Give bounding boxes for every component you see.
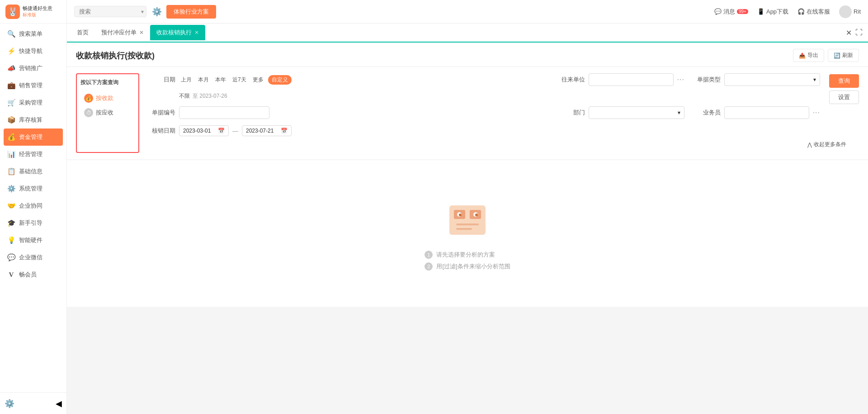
- tab-home[interactable]: 首页: [71, 25, 95, 40]
- date-more[interactable]: 更多: [251, 75, 265, 85]
- tabbar-actions: ✕ ⛶: [846, 29, 863, 37]
- sidebar: 🐰 畅捷通好生意 标准版 🔍 搜索菜单 ⚡ 快捷导航 📣 营销推广 💼 销售管理…: [0, 0, 67, 414]
- industry-btn[interactable]: 体验行业方案: [166, 5, 216, 19]
- collapse-row: ⋀ 收起更多条件: [148, 136, 859, 153]
- filter-sidebar: 按以下方案查询 💰 按收款 ⏱ 按应收: [76, 73, 139, 153]
- sidebar-item-label: 资金管理: [19, 133, 42, 141]
- counterparty-filter-group: 往来单位 ···: [558, 73, 684, 86]
- message-btn[interactable]: 💬 消息 99+: [714, 8, 748, 16]
- user-name: Rit: [854, 8, 861, 15]
- sidebar-item-label: 采购管理: [19, 99, 42, 107]
- writeoff-end-date[interactable]: 2023-07-21 📅: [242, 125, 292, 136]
- tab-writeoff-label: 收款核销执行: [156, 29, 192, 37]
- sidebar-item-quicknav[interactable]: ⚡ 快捷导航: [0, 43, 66, 60]
- export-icon: 📤: [799, 52, 806, 59]
- date-7days[interactable]: 近7天: [231, 75, 248, 85]
- date-last-month[interactable]: 上月: [179, 75, 193, 85]
- inventory-icon: 📦: [7, 116, 15, 124]
- svg-rect-0: [449, 205, 486, 235]
- sidebar-item-system[interactable]: ⚙️ 系统管理: [0, 180, 66, 197]
- collapse-sidebar-icon[interactable]: ◀: [56, 399, 62, 409]
- sidebar-item-finance[interactable]: 💰 资金管理: [4, 128, 63, 146]
- sidebar-item-guide[interactable]: 🎓 新手引导: [0, 214, 66, 232]
- sidebar-item-label: 搜索菜单: [19, 30, 42, 38]
- counterparty-label: 往来单位: [558, 76, 585, 84]
- message-badge: 99+: [737, 9, 748, 14]
- date-this-month[interactable]: 本月: [196, 75, 211, 85]
- search-menu-icon: 🔍: [7, 30, 15, 38]
- page-title: 收款核销执行(按收款): [76, 50, 155, 61]
- topbar-settings-icon[interactable]: ⚙️: [152, 7, 162, 17]
- date-filter-group: 日期 上月 本月 本年 近7天 更多 自定义: [148, 75, 549, 85]
- svg-rect-4: [456, 228, 472, 230]
- sidebar-item-label: 经营管理: [19, 150, 42, 158]
- sidebar-item-label: 基础信息: [19, 167, 42, 176]
- sidebar-item-marketing[interactable]: 📣 营销推广: [0, 60, 66, 77]
- doctype-select[interactable]: ▾: [724, 73, 820, 86]
- filter-area: 按以下方案查询 💰 按收款 ⏱ 按应收: [67, 67, 868, 159]
- setting-button[interactable]: 设置: [829, 90, 859, 104]
- staff-filter-group: 业务员 ···: [693, 106, 820, 119]
- topbar-search-input[interactable]: [74, 6, 146, 17]
- date-this-year[interactable]: 本年: [213, 75, 228, 85]
- dept-filter-group: 部门 ▾: [558, 106, 684, 119]
- docno-label: 单据编号: [148, 109, 175, 117]
- sidebar-item-sales[interactable]: 💼 销售管理: [0, 77, 66, 94]
- tip-text-1: 请先选择要分析的方案: [436, 251, 495, 259]
- sidebar-item-member[interactable]: V 畅会员: [0, 266, 66, 283]
- app-download-btn[interactable]: 📱 App下载: [757, 8, 788, 16]
- filter-option-by-receivable[interactable]: ⏱ 按应收: [80, 105, 135, 120]
- filter-option-by-receipt[interactable]: 💰 按收款: [80, 91, 135, 105]
- guide-icon: 🎓: [7, 219, 15, 227]
- sidebar-item-operation[interactable]: 📊 经营管理: [0, 146, 66, 163]
- sidebar-item-label: 销售管理: [19, 81, 42, 90]
- system-icon: ⚙️: [7, 185, 15, 193]
- tip-text-2: 用[过滤]条件来缩小分析范围: [436, 262, 510, 271]
- writeoff-start-date[interactable]: 2023-03-01 📅: [179, 125, 229, 136]
- query-button[interactable]: 查询: [829, 74, 859, 88]
- app-download-label: App下载: [766, 8, 788, 16]
- hardware-icon: 💡: [7, 236, 15, 244]
- sidebar-item-hardware[interactable]: 💡 智能硬件: [0, 232, 66, 249]
- counterparty-input[interactable]: [589, 73, 674, 86]
- tab-close-window-icon[interactable]: ✕: [846, 29, 852, 37]
- marketing-icon: 📣: [7, 64, 15, 72]
- sidebar-item-inventory[interactable]: 📦 库存核算: [0, 111, 66, 128]
- tab-prepay[interactable]: 预付冲应付单 ✕: [95, 25, 150, 40]
- collapse-button[interactable]: ⋀ 收起更多条件: [804, 139, 850, 150]
- sidebar-item-collab[interactable]: 🤝 企业协同: [0, 197, 66, 214]
- date-custom-tag[interactable]: 自定义: [268, 75, 292, 85]
- counterparty-dots-icon[interactable]: ···: [677, 76, 684, 84]
- sidebar-item-purchase[interactable]: 🛒 采购管理: [0, 94, 66, 111]
- tab-writeoff[interactable]: 收款核销执行 ✕: [150, 25, 205, 40]
- tab-expand-icon[interactable]: ⛶: [855, 29, 863, 37]
- date-no-limit: 不限: [179, 92, 190, 100]
- logo-title: 畅捷通好生意: [23, 5, 52, 11]
- staff-label: 业务员: [693, 109, 721, 117]
- empty-illustration: [440, 196, 495, 242]
- tab-writeoff-close-icon[interactable]: ✕: [194, 29, 199, 36]
- sidebar-item-label: 营销推广: [19, 64, 42, 72]
- settings-icon[interactable]: ⚙️: [5, 399, 14, 409]
- date-shortcuts: 上月 本月 本年 近7天 更多 自定义: [179, 75, 292, 85]
- export-button[interactable]: 📤 导出: [793, 49, 824, 62]
- staff-dots-icon[interactable]: ···: [813, 109, 820, 117]
- filter-sidebar-title: 按以下方案查询: [80, 79, 135, 86]
- tab-prepay-close-icon[interactable]: ✕: [139, 29, 144, 36]
- empty-tip-2: 2 用[过滤]条件来缩小分析范围: [425, 262, 510, 271]
- sidebar-item-search[interactable]: 🔍 搜索菜单: [0, 25, 66, 43]
- sidebar-item-basic[interactable]: 📋 基础信息: [0, 163, 66, 180]
- staff-input[interactable]: [724, 106, 809, 119]
- sidebar-item-label: 企业微信: [19, 253, 42, 262]
- user-area[interactable]: Rit: [839, 5, 861, 18]
- refresh-button[interactable]: 🔄 刷新: [828, 49, 859, 62]
- docno-input[interactable]: [179, 106, 269, 119]
- filter-option-receivable-label: 按应收: [96, 109, 113, 117]
- main-area: ▾ ⚙️ 体验行业方案 💬 消息 99+ 📱 App下载 🎧 在线客服 Rit: [67, 0, 868, 414]
- dept-select[interactable]: ▾: [589, 106, 684, 119]
- svg-point-7: [459, 214, 462, 216]
- sidebar-item-label: 系统管理: [19, 185, 42, 193]
- online-service-btn[interactable]: 🎧 在线客服: [797, 8, 830, 16]
- topbar: ▾ ⚙️ 体验行业方案 💬 消息 99+ 📱 App下载 🎧 在线客服 Rit: [67, 0, 868, 24]
- sidebar-item-wechat[interactable]: 💬 企业微信: [0, 249, 66, 266]
